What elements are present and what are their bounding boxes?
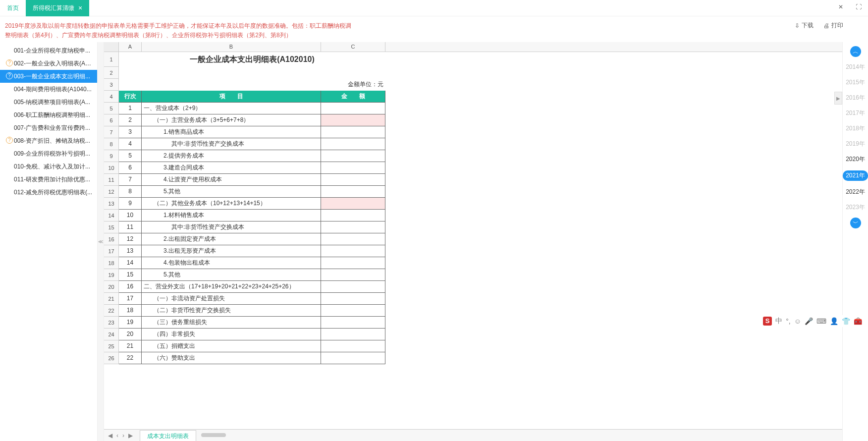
- cell-rownum[interactable]: 21: [119, 340, 142, 352]
- cell-rownum[interactable]: 4: [119, 138, 142, 150]
- cell-amount[interactable]: [321, 162, 385, 174]
- cell-item[interactable]: 1.材料销售成本: [142, 210, 321, 221]
- row-header[interactable]: 10: [104, 162, 119, 174]
- cell-item[interactable]: （二）非货币性资产交换损失: [142, 305, 321, 317]
- sidebar-item-4[interactable]: 005-纳税调整项目明细表(A...: [0, 96, 97, 109]
- cell-amount[interactable]: [321, 257, 385, 269]
- cell-rownum[interactable]: 3: [119, 126, 142, 138]
- sidebar-item-3[interactable]: 004-期间费用明细表(A1040...: [0, 83, 97, 96]
- cell-amount[interactable]: [321, 186, 385, 198]
- row-header[interactable]: 23: [104, 317, 119, 329]
- cell-item[interactable]: （四）非常损失: [142, 329, 321, 340]
- ime-user-icon[interactable]: 👤: [830, 317, 838, 325]
- cell-rownum[interactable]: 8: [119, 186, 142, 198]
- grid-corner[interactable]: [104, 42, 119, 52]
- year-2021年[interactable]: 2021年: [843, 170, 868, 181]
- spreadsheet[interactable]: A B C 1234567891011121314151617181920212…: [104, 42, 842, 429]
- cell-amount[interactable]: [321, 221, 385, 233]
- cell-amount[interactable]: [321, 126, 385, 138]
- cell-rownum[interactable]: 19: [119, 317, 142, 329]
- year-2014年[interactable]: 2014年: [846, 63, 865, 71]
- cell-item[interactable]: 其中:非货币性资产交换成本: [142, 138, 321, 150]
- cell-item[interactable]: 2.出租固定资产成本: [142, 233, 321, 245]
- ime-bar[interactable]: S 中 °, ☺ 🎤 ⌨ 👤 👕 🧰: [760, 315, 865, 327]
- row-header[interactable]: 18: [104, 257, 119, 269]
- row-header[interactable]: 25: [104, 340, 119, 352]
- cell-item[interactable]: 3.建造合同成本: [142, 162, 321, 174]
- download-button[interactable]: ⇩ 下载: [795, 21, 814, 30]
- tab-home[interactable]: 首页: [0, 0, 26, 16]
- year-2023年[interactable]: 2023年: [846, 203, 865, 212]
- cell-rownum[interactable]: 22: [119, 352, 142, 364]
- cell-rownum[interactable]: 5: [119, 150, 142, 162]
- close-icon[interactable]: ×: [78, 0, 82, 16]
- sidebar-item-10[interactable]: 011-研发费用加计扣除优惠...: [0, 173, 97, 186]
- cell-amount[interactable]: [321, 233, 385, 245]
- cell-amount[interactable]: [321, 352, 385, 364]
- cell-rownum[interactable]: 11: [119, 221, 142, 233]
- cell-item[interactable]: 4.包装物出租成本: [142, 257, 321, 269]
- sidebar-item-7[interactable]: ?008-资产折旧、摊销及纳税...: [0, 134, 97, 147]
- cell-rownum[interactable]: 12: [119, 233, 142, 245]
- cell-amount[interactable]: [321, 103, 385, 114]
- fullscreen-icon[interactable]: ⛶: [854, 2, 863, 11]
- year-2019年[interactable]: 2019年: [846, 140, 865, 148]
- cell-rownum[interactable]: 6: [119, 162, 142, 174]
- row-header[interactable]: 13: [104, 198, 119, 210]
- ime-toolbox-icon[interactable]: 🧰: [854, 317, 862, 325]
- year-2020年[interactable]: 2020年: [846, 155, 865, 164]
- cell-amount[interactable]: [321, 293, 385, 305]
- year-2016年[interactable]: 2016年: [846, 94, 865, 102]
- row-header[interactable]: 26: [104, 352, 119, 364]
- cell-amount[interactable]: [321, 138, 385, 150]
- sidebar-item-8[interactable]: 009-企业所得税弥补亏损明...: [0, 147, 97, 160]
- tab-active[interactable]: 所得税汇算清缴 ×: [26, 0, 89, 16]
- ime-lang[interactable]: 中: [775, 317, 782, 326]
- cell-item[interactable]: 其中:非货币性资产交换成本: [142, 221, 321, 233]
- cell-amount[interactable]: [321, 114, 385, 126]
- cell-amount[interactable]: [321, 340, 385, 352]
- cell-amount[interactable]: [321, 198, 385, 210]
- row-header[interactable]: 19: [104, 269, 119, 281]
- print-button[interactable]: 🖨 打印: [823, 21, 843, 30]
- row-header[interactable]: 3: [104, 79, 119, 91]
- cell-item[interactable]: （六）赞助支出: [142, 352, 321, 364]
- cell-item[interactable]: （一）主营业务成本（3+5+6+7+8）: [142, 114, 321, 126]
- row-header[interactable]: 16: [104, 233, 119, 245]
- expand-right-icon[interactable]: ▶: [834, 92, 842, 105]
- row-header[interactable]: 21: [104, 293, 119, 305]
- year-2015年[interactable]: 2015年: [846, 78, 865, 87]
- sheet-tab[interactable]: 成本支出明细表: [140, 430, 196, 441]
- cell-rownum[interactable]: 17: [119, 293, 142, 305]
- cell-item[interactable]: 4.让渡资产使用权成本: [142, 174, 321, 186]
- cell-amount[interactable]: [321, 305, 385, 317]
- scroll-up-icon[interactable]: ︿: [850, 46, 861, 57]
- cell-amount[interactable]: [321, 245, 385, 257]
- sidebar-item-6[interactable]: 007-广告费和业务宣传费跨...: [0, 121, 97, 134]
- cell-amount[interactable]: [321, 329, 385, 340]
- col-header-C[interactable]: C: [321, 42, 385, 52]
- year-2018年[interactable]: 2018年: [846, 124, 865, 133]
- help-icon[interactable]: ?: [6, 72, 13, 79]
- row-header[interactable]: 14: [104, 210, 119, 221]
- cell-item[interactable]: 3.出租无形资产成本: [142, 245, 321, 257]
- cell-item[interactable]: 5.其他: [142, 186, 321, 198]
- ime-emoji-icon[interactable]: ☺: [794, 317, 801, 325]
- cell-rownum[interactable]: 1: [119, 103, 142, 114]
- row-header[interactable]: 7: [104, 126, 119, 138]
- cell-item[interactable]: （五）捐赠支出: [142, 340, 321, 352]
- cell-item[interactable]: 1.销售商品成本: [142, 126, 321, 138]
- row-header[interactable]: 15: [104, 221, 119, 233]
- cell-item[interactable]: （一）非流动资产处置损失: [142, 293, 321, 305]
- collapse-handle[interactable]: ≪: [97, 42, 104, 441]
- row-header[interactable]: 1: [104, 52, 119, 67]
- sheet-nav-last-icon[interactable]: ▶: [127, 432, 134, 439]
- cell-rownum[interactable]: 15: [119, 269, 142, 281]
- ime-skin-icon[interactable]: 👕: [842, 317, 850, 325]
- cell-rownum[interactable]: 10: [119, 210, 142, 221]
- row-header[interactable]: 17: [104, 245, 119, 257]
- sidebar-item-0[interactable]: 001-企业所得税年度纳税申...: [0, 44, 97, 57]
- cell-item[interactable]: （三）债务重组损失: [142, 317, 321, 329]
- row-header[interactable]: 11: [104, 174, 119, 186]
- row-header[interactable]: 9: [104, 150, 119, 162]
